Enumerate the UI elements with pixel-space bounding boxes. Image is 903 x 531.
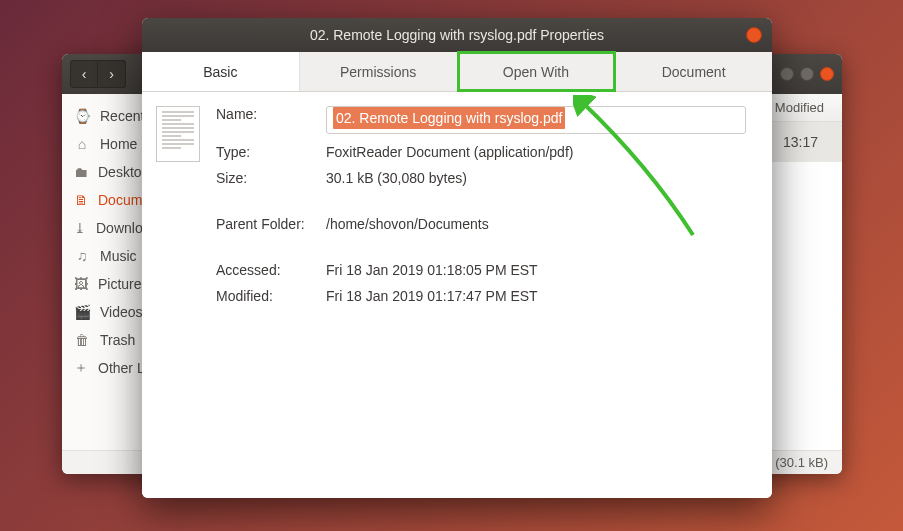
window-maximize-button[interactable] [800,67,814,81]
label-parent-folder: Parent Folder: [216,216,326,232]
home-icon: ⌂ [74,136,90,152]
sidebar-item-label: Pictures [98,276,149,292]
sidebar-item-downloads[interactable]: ⤓Downloads [62,214,153,242]
places-sidebar: ⌚Recent ⌂Home 🖿Desktop 🗎Documents ⤓Downl… [62,94,154,450]
file-thumbnail[interactable] [156,106,200,162]
tab-open-with[interactable]: Open With [458,52,616,91]
sidebar-item-pictures[interactable]: 🖼Pictures [62,270,153,298]
nav-back-button[interactable]: ‹ [70,60,98,88]
chevron-left-icon: ‹ [82,66,87,82]
sidebar-item-videos[interactable]: 🎬Videos [62,298,153,326]
label-accessed: Accessed: [216,262,326,278]
nav-forward-button[interactable]: › [98,60,126,88]
clock-icon: ⌚ [74,108,90,124]
window-minimize-button[interactable] [780,67,794,81]
file-modified-time: 13:17 [783,134,818,150]
window-controls [780,67,834,81]
value-size: 30.1 kB (30,080 bytes) [326,170,754,186]
tab-label: Open With [503,64,569,80]
value-parent-folder: /home/shovon/Documents [326,216,754,232]
plus-icon: ＋ [74,360,88,376]
value-type: FoxitReader Document (application/pdf) [326,144,754,160]
tab-label: Permissions [340,64,416,80]
trash-icon: 🗑 [74,332,90,348]
sidebar-item-recent[interactable]: ⌚Recent [62,102,153,130]
tab-permissions[interactable]: Permissions [300,52,458,91]
window-close-button[interactable] [820,67,834,81]
sidebar-item-label: Home [100,136,137,152]
sidebar-item-other-locations[interactable]: ＋Other Locations [62,354,153,382]
sidebar-item-documents[interactable]: 🗎Documents [62,186,153,214]
sidebar-item-home[interactable]: ⌂Home [62,130,153,158]
tab-label: Basic [203,64,237,80]
sidebar-item-desktop[interactable]: 🖿Desktop [62,158,153,186]
filename-selected-text: 02. Remote Logging with rsyslog.pdf [333,107,565,129]
column-header-modified[interactable]: Modified [775,100,824,115]
tab-label: Document [662,64,726,80]
desktop-icon: 🖿 [74,164,88,180]
image-icon: 🖼 [74,276,88,292]
sidebar-item-trash[interactable]: 🗑Trash [62,326,153,354]
label-type: Type: [216,144,326,160]
properties-grid: Name: 02. Remote Logging with rsyslog.pd… [216,106,754,484]
dialog-title: 02. Remote Logging with rsyslog.pdf Prop… [168,27,746,43]
chevron-right-icon: › [109,66,114,82]
dialog-titlebar: 02. Remote Logging with rsyslog.pdf Prop… [142,18,772,52]
video-icon: 🎬 [74,304,90,320]
status-size: (30.1 kB) [775,455,828,470]
sidebar-item-music[interactable]: ♫Music [62,242,153,270]
document-icon: 🗎 [74,192,88,208]
filename-input[interactable]: 02. Remote Logging with rsyslog.pdf [326,106,746,134]
sidebar-item-label: Music [100,248,137,264]
properties-dialog: 02. Remote Logging with rsyslog.pdf Prop… [142,18,772,498]
music-icon: ♫ [74,248,90,264]
label-modified: Modified: [216,288,326,304]
basic-tab-panel: Name: 02. Remote Logging with rsyslog.pd… [142,92,772,498]
sidebar-item-label: Videos [100,304,143,320]
sidebar-item-label: Recent [100,108,144,124]
download-icon: ⤓ [74,220,86,236]
sidebar-item-label: Trash [100,332,135,348]
tab-basic[interactable]: Basic [142,52,300,91]
tab-bar: Basic Permissions Open With Document [142,52,772,92]
label-name: Name: [216,106,326,134]
value-accessed: Fri 18 Jan 2019 01:18:05 PM EST [326,262,754,278]
label-size: Size: [216,170,326,186]
tab-document[interactable]: Document [615,52,772,91]
value-modified: Fri 18 Jan 2019 01:17:47 PM EST [326,288,754,304]
dialog-close-button[interactable] [746,27,762,43]
